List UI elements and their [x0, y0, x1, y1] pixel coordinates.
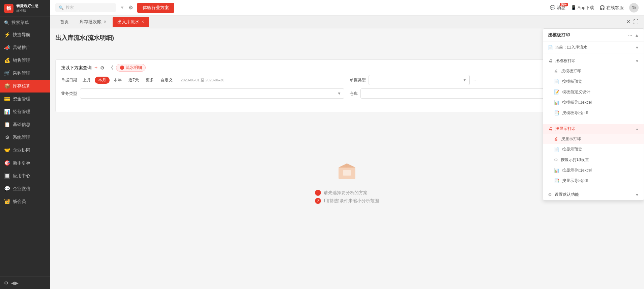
filter-chip[interactable]: 🔴 流水明细 — [116, 64, 146, 72]
template-section-chevron: ▼ — [635, 59, 639, 63]
date-options: 上月 本月 本年 近7天 更多 自定义 — [80, 77, 175, 84]
inventory-icon: 📦 — [4, 83, 10, 89]
filter-settings-icon[interactable]: ⚙ — [100, 65, 105, 71]
display-print-section-header[interactable]: 🖨 按显示打印 ▲ — [543, 124, 644, 134]
sidebar-item-wechat[interactable]: 💬 企业微信 — [0, 182, 50, 195]
date-cur-month[interactable]: 本月 — [95, 77, 110, 84]
dropdown-current: 📄 当前：出入库流水 ▼ — [543, 42, 644, 53]
date-more[interactable]: 更多 — [143, 77, 156, 84]
sidebar-item-finance[interactable]: 💳 资金管理 — [0, 93, 50, 105]
sidebar-item-appcenter[interactable]: 🔲 应用中心 — [0, 169, 50, 182]
sidebar-search[interactable]: 🔍 搜索菜单 — [0, 17, 50, 28]
svg-rect-2 — [343, 170, 351, 176]
tab-batch[interactable]: 库存批次账 ✕ — [75, 17, 111, 27]
date-7days[interactable]: 近7天 — [126, 77, 142, 84]
biz-type-label: 业务类型 — [61, 91, 77, 97]
trial-btn[interactable]: 体验行业方案 — [137, 3, 174, 13]
search-icon: 🔍 — [59, 5, 64, 10]
sidebar-item-purchase[interactable]: 🛒 采购管理 — [0, 67, 50, 80]
filter-add-btn[interactable]: + — [94, 65, 97, 71]
display-settings-icon: ⚙ — [554, 157, 558, 162]
wechat-icon: 💬 — [4, 186, 10, 192]
sidebar-settings-btn[interactable]: ⚙ — [4, 280, 8, 286]
chip-icon: 🔴 — [120, 65, 124, 70]
dropdown-panel: 按模板打印 ··· ▲ 📄 当前：出入库流水 ▼ 🖨 — [543, 28, 644, 201]
user-avatar[interactable]: Rit — [629, 3, 639, 12]
dropdown-item-template-customize[interactable]: 📝 模板自定义设计 — [543, 87, 644, 97]
empty-step-2: 2 用[筛选]条件来缩小分析范围 — [315, 198, 379, 204]
sidebar-item-operation[interactable]: 📊 经营管理 — [0, 105, 50, 118]
sidebar-collapse-btn[interactable]: ◀▶ — [11, 280, 19, 286]
footer-settings-icon: ⚙ — [548, 192, 552, 197]
dropdown-item-template-print[interactable]: 🖨 按模板打印 — [543, 66, 644, 76]
biz-type-field: 业务类型 ▼ — [61, 88, 344, 99]
tabbar-close-btn[interactable]: ✕ — [626, 19, 631, 25]
dropdown-more-icon[interactable]: ··· — [628, 33, 632, 38]
app-icon: 📱 — [571, 5, 576, 10]
display-section-chevron: ▲ — [635, 127, 639, 131]
dropdown-item-template-excel[interactable]: 📊 按模板导出excel — [543, 97, 644, 108]
sidebar-item-enterprise[interactable]: 🤝 企业协同 — [0, 144, 50, 157]
enterprise-icon: 🤝 — [4, 147, 10, 153]
tabbar-expand-btn[interactable]: ⛶ — [633, 19, 639, 25]
voucher-type-select[interactable]: ▼ — [369, 75, 470, 85]
system-icon: ⚙ — [4, 134, 10, 140]
dropdown-item-display-excel[interactable]: 📊 按显示导出excel — [543, 165, 644, 176]
app-download[interactable]: 📱 App下载 — [571, 5, 594, 11]
biz-type-select[interactable]: ▼ — [80, 88, 344, 99]
headset-icon: 🎧 — [599, 5, 605, 10]
filter-collapse-icon[interactable]: 《 — [109, 65, 113, 71]
sidebar-item-system[interactable]: ⚙ 系统管理 — [0, 131, 50, 144]
date-year[interactable]: 本年 — [111, 77, 124, 84]
dropdown-item-template-pdf[interactable]: 📑 按模板导出pdf — [543, 108, 644, 118]
sidebar-logo: 畅 畅捷通好生意 标准版 — [0, 0, 50, 17]
sidebar-item-basic[interactable]: 📋 基础信息 — [0, 118, 50, 131]
message-badge[interactable]: 💬 消息 99+ — [550, 5, 565, 11]
tab-batch-close[interactable]: ✕ — [104, 20, 107, 24]
current-icon: 📄 — [548, 45, 553, 50]
topbar: 🔍 搜索 ▼ ⚙ 体验行业方案 💬 消息 99+ 📱 App下载 🎧 在线客服 … — [50, 0, 644, 16]
dropdown-item-display-print[interactable]: 🖨 按显示打印 — [543, 134, 644, 144]
purchase-icon: 🛒 — [4, 70, 10, 76]
sidebar-item-inventory[interactable]: 📦 库存核算 — [0, 80, 50, 93]
message-icon: 💬 — [550, 5, 555, 10]
display-print-icon: 🖨 — [554, 136, 558, 141]
template-print-section-label: 🖨 按模板打印 — [548, 58, 576, 64]
dropdown-item-display-preview[interactable]: 📄 按显示预览 — [543, 144, 644, 155]
customer-service[interactable]: 🎧 在线客服 — [599, 5, 624, 11]
template-print-section-header[interactable]: 🖨 按模板打印 ▼ — [543, 56, 644, 66]
tabbar: 首页 库存批次账 ✕ 出入库流水 ✕ ✕ ⛶ — [50, 16, 644, 28]
empty-steps: 1 请先选择要分析的方案 2 用[筛选]条件来缩小分析范围 — [315, 190, 379, 204]
topbar-gear-icon[interactable]: ⚙ — [128, 4, 133, 11]
sidebar-item-sales[interactable]: 💰 销售管理 — [0, 54, 50, 67]
sidebar-item-newbie[interactable]: 🎯 新手引导 — [0, 157, 50, 169]
warehouse-label: 仓库 — [350, 91, 358, 97]
dropdown-footer[interactable]: ⚙ 设置默认功能 ▼ — [543, 189, 644, 200]
marketing-icon: 📣 — [4, 45, 10, 51]
tab-flow[interactable]: 出入库流水 ✕ — [113, 17, 149, 27]
dropdown-item-display-settings[interactable]: ⚙ 按显示打印设置 — [543, 155, 644, 165]
topbar-right: 💬 消息 99+ 📱 App下载 🎧 在线客服 Rit — [550, 3, 639, 12]
dropdown-item-display-pdf[interactable]: 📑 按显示导出pdf — [543, 176, 644, 186]
date-custom[interactable]: 自定义 — [158, 77, 175, 84]
tab-home[interactable]: 首页 — [55, 17, 74, 27]
voucher-type-more-btn[interactable]: ··· — [472, 78, 476, 82]
current-chevron[interactable]: ▼ — [635, 46, 639, 50]
topbar-search-box[interactable]: 🔍 搜索 — [55, 3, 116, 12]
customer-service-label: 在线客服 — [606, 5, 624, 11]
voucher-type-dropdown-icon: ▼ — [463, 78, 467, 82]
tab-flow-close[interactable]: ✕ — [141, 20, 144, 24]
sidebar-item-member[interactable]: 👑 畅会员 — [0, 195, 50, 208]
display-pdf-icon: 📑 — [554, 178, 559, 183]
sidebar-item-quick-nav[interactable]: ⚡ 快捷导航 — [0, 28, 50, 41]
date-prev-month[interactable]: 上月 — [80, 77, 93, 84]
sidebar-item-marketing[interactable]: 📣 营销推广 — [0, 41, 50, 54]
dropdown-item-template-preview[interactable]: 📄 按模板预览 — [543, 76, 644, 87]
date-range: 2023-06-01 至 2023-06-30 — [181, 78, 225, 83]
dropdown-chevron-up-icon[interactable]: ▲ — [635, 33, 639, 38]
tab-batch-label: 库存批次账 — [80, 19, 101, 25]
sidebar-search-label: 搜索菜单 — [11, 20, 29, 26]
step-1-label: 请先选择要分析的方案 — [324, 190, 368, 196]
item-excel-icon: 📊 — [554, 100, 559, 105]
template-print-section-icon: 🖨 — [548, 58, 553, 64]
